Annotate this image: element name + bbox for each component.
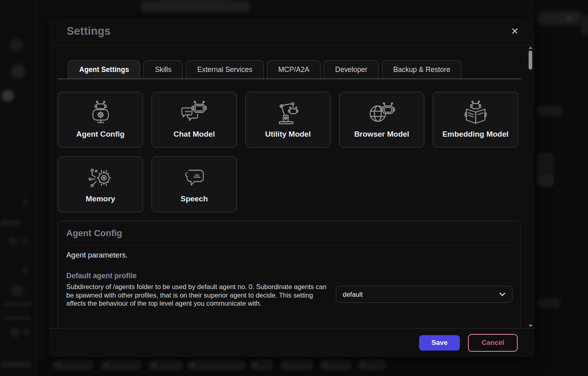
card-speech[interactable]: Speech — [152, 156, 237, 212]
modal-header: Settings ✕ — [49, 18, 534, 45]
dimmed-bottom-button — [319, 359, 352, 370]
tab-label: MCP/A2A — [278, 65, 310, 74]
dimmed-sidebar-icon — [11, 285, 23, 297]
save-button[interactable]: Save — [419, 335, 460, 351]
memory-circuit-gear-icon — [86, 165, 115, 190]
field-control: default — [336, 271, 512, 308]
modal-title: Settings — [67, 25, 111, 38]
modal-scrollbar[interactable] — [528, 45, 533, 328]
dimmed-sidebar-icon — [23, 200, 28, 205]
dimmed-sidebar-icon — [9, 237, 17, 245]
dimmed-sidebar-icon — [22, 267, 28, 274]
tab-mcp-a2a[interactable]: MCP/A2A — [267, 60, 321, 78]
default-agent-profile-select[interactable]: default — [336, 286, 512, 303]
dimmed-side-pill — [536, 106, 563, 116]
section-title: Agent Config — [66, 228, 512, 239]
card-memory[interactable]: Memory — [58, 156, 143, 212]
section-divider — [66, 245, 512, 245]
cancel-button[interactable]: Cancel — [468, 334, 518, 352]
dimmed-sidebar-icon — [2, 90, 14, 101]
dimmed-sidebar-label — [0, 362, 32, 368]
tab-label: Developer — [335, 65, 367, 74]
tab-external-services[interactable]: External Services — [186, 60, 263, 78]
robot-monitor-gear-icon — [86, 101, 115, 126]
card-label: Agent Config — [76, 130, 124, 139]
chevron-down-icon — [499, 292, 506, 296]
settings-modal: Settings ✕ Agent Settings Skills Externa… — [49, 18, 534, 357]
dimmed-sidebar-icon — [10, 39, 23, 52]
dimmed-sidebar-icon — [11, 327, 20, 337]
field-label: Default agent profile — [66, 271, 327, 280]
dimmed-sidebar-label — [0, 220, 21, 226]
dimmed-side-widget — [537, 298, 561, 308]
speech-bubble-icon — [180, 165, 209, 190]
dimmed-sidebar-icon — [23, 329, 30, 336]
field-text: Default agent profile Subdirectory of /a… — [66, 271, 327, 308]
tab-skills[interactable]: Skills — [143, 60, 183, 78]
dimmed-bottom-button — [148, 359, 183, 370]
robot-arm-icon — [274, 101, 303, 126]
section-subtitle: Agent parameters. — [66, 250, 512, 260]
card-label: Browser Model — [354, 130, 409, 139]
tab-agent-settings[interactable]: Agent Settings — [68, 60, 140, 78]
field-description: Subdirectory of /agents folder to be use… — [66, 283, 327, 308]
card-agent-config[interactable]: Agent Config — [58, 92, 143, 148]
card-label: Embedding Model — [443, 130, 509, 139]
card-label: Memory — [86, 194, 115, 203]
dimmed-topbar-icon — [565, 15, 573, 22]
dimmed-topbar-text — [537, 11, 582, 25]
dimmed-topbar-icon — [581, 15, 588, 36]
card-embedding-model[interactable]: Embedding Model — [433, 92, 518, 148]
dimmed-sidebar-icon — [11, 64, 25, 79]
dimmed-sidebar-label — [3, 302, 32, 306]
card-label: Utility Model — [265, 130, 311, 139]
dimmed-bottom-button — [280, 359, 314, 370]
card-browser-model[interactable]: Browser Model — [339, 92, 424, 148]
agent-config-section: Agent Config Agent parameters. Default a… — [58, 221, 521, 328]
dimmed-bottom-button — [187, 359, 247, 370]
tab-label: External Services — [197, 65, 252, 74]
dimmed-bottom-button — [100, 359, 141, 370]
scroll-up-arrow-icon[interactable] — [529, 46, 533, 49]
tabs-underline — [58, 78, 521, 79]
tab-label: Backup & Restore — [393, 65, 450, 74]
tab-label: Skills — [155, 65, 171, 74]
scrollbar-thumb[interactable] — [529, 51, 532, 70]
dimmed-bottom-button — [357, 359, 386, 370]
dimmed-suggestion-text — [158, 0, 231, 4]
settings-tabs: Agent Settings Skills External Services … — [68, 60, 521, 78]
scroll-down-arrow-icon[interactable] — [529, 325, 533, 327]
field-default-agent-profile: Default agent profile Subdirectory of /a… — [66, 271, 512, 308]
robot-reading-book-icon — [461, 101, 490, 126]
globe-robot-icon — [367, 101, 396, 126]
dimmed-sidebar-label — [3, 316, 32, 320]
card-label: Speech — [181, 194, 208, 203]
card-utility-model[interactable]: Utility Model — [245, 92, 331, 148]
tab-label: Agent Settings — [79, 65, 129, 74]
tab-developer[interactable]: Developer — [324, 60, 379, 78]
dimmed-side-widget — [537, 175, 554, 187]
card-chat-model[interactable]: Chat Model — [152, 92, 237, 148]
tab-backup-restore[interactable]: Backup & Restore — [382, 60, 462, 78]
modal-body: Agent Settings Skills External Services … — [49, 45, 534, 328]
dimmed-sidebar-icon — [22, 237, 28, 244]
modal-footer: Save Cancel — [49, 328, 534, 357]
dimmed-bottom-button — [250, 359, 274, 370]
close-icon[interactable]: ✕ — [508, 24, 522, 39]
card-label: Chat Model — [173, 130, 215, 139]
select-value: default — [343, 291, 363, 298]
settings-cards-grid: Agent Config Chat Model — [58, 92, 521, 212]
dimmed-bottom-button — [53, 359, 94, 370]
chat-bubbles-robot-icon — [180, 101, 209, 126]
